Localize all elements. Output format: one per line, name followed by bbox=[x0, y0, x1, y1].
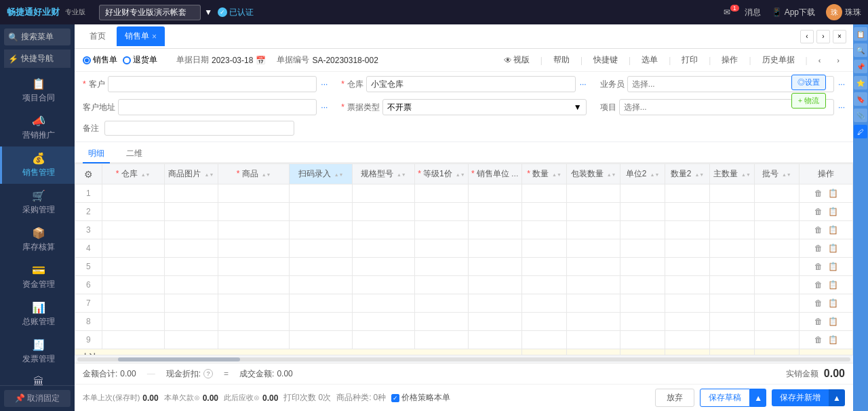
row-delete-btn-4[interactable]: 🗑 bbox=[812, 242, 825, 254]
row-copy-btn-9[interactable]: 📋 bbox=[827, 334, 840, 346]
toolbar-nav-next-btn[interactable]: › bbox=[831, 55, 845, 66]
invoice-select[interactable]: 不开票 ▼ bbox=[382, 99, 587, 115]
sort-icon12: ▲▼ bbox=[741, 172, 751, 177]
right-panel-doc-icon[interactable]: 📋 bbox=[854, 27, 867, 41]
toolbar-nav-prev-btn[interactable]: ‹ bbox=[813, 55, 827, 66]
toolbar-help-btn[interactable]: 帮助 bbox=[548, 53, 575, 67]
sidebar-item-purchase[interactable]: 🛒 采购管理 bbox=[0, 184, 75, 221]
row-copy-btn-6[interactable]: 📋 bbox=[827, 279, 840, 291]
scroll-track[interactable] bbox=[77, 357, 850, 361]
toolbar-shortcut-btn[interactable]: 快捷键 bbox=[588, 53, 623, 67]
right-panel-search-icon[interactable]: 🔍 bbox=[854, 43, 867, 57]
right-panel-bookmark-icon[interactable]: 🔖 bbox=[854, 92, 867, 106]
sidebar-item-capital[interactable]: 💳 资金管理 bbox=[0, 258, 75, 296]
row-delete-btn-7[interactable]: 🗑 bbox=[812, 297, 825, 309]
toolbar-history-btn[interactable]: 历史单据 bbox=[757, 53, 800, 67]
message-label: 消息 bbox=[745, 7, 761, 18]
warehouse-more-btn[interactable]: ··· bbox=[580, 79, 587, 89]
sales-icon: 💰 bbox=[32, 152, 45, 165]
save-new-btn[interactable]: 保存并新增 bbox=[772, 389, 829, 406]
address-input[interactable] bbox=[118, 99, 317, 115]
radio-sales[interactable]: 销售单 bbox=[83, 54, 117, 66]
sort-icon5: ▲▼ bbox=[397, 172, 406, 177]
row-copy-btn-7[interactable]: 📋 bbox=[827, 297, 840, 309]
tab-next-btn[interactable]: › bbox=[816, 30, 830, 43]
sidebar-item-accounting[interactable]: 📊 总账管理 bbox=[0, 296, 75, 333]
sidebar-item-tax[interactable]: 🏛 税务管理 bbox=[0, 370, 75, 385]
abandon-btn[interactable]: 放弃 bbox=[655, 389, 694, 407]
app-download-btn[interactable]: 📱 App下载 bbox=[772, 7, 815, 18]
col-qty: * 数量 ▲▼ bbox=[522, 164, 567, 184]
company-selector[interactable]: 好业财专业版演示帐套 ▼ bbox=[99, 5, 212, 20]
radio-return[interactable]: 退货单 bbox=[123, 54, 157, 66]
user-avatar: 珠 bbox=[826, 4, 842, 20]
cancel-fixed-btn[interactable]: 📌 取消固定 bbox=[4, 390, 71, 407]
search-menu-btn[interactable]: 🔍 搜索菜单 bbox=[4, 28, 71, 45]
amount-total-item: 金额合计: 0.00 bbox=[83, 368, 136, 380]
row-copy-btn-4[interactable]: 📋 bbox=[827, 242, 840, 254]
customer-more-btn[interactable]: ··· bbox=[321, 79, 328, 89]
user-area[interactable]: 珠 珠珠 bbox=[826, 4, 861, 20]
sidebar-item-project[interactable]: 📋 项目合同 bbox=[0, 72, 75, 109]
toolbar-select-btn[interactable]: 选单 bbox=[636, 53, 663, 67]
row-copy-btn-3[interactable]: 📋 bbox=[827, 224, 840, 236]
tab-close-btn[interactable]: × bbox=[833, 30, 846, 43]
eye-icon: 👁 bbox=[504, 56, 512, 65]
row-delete-btn-3[interactable]: 🗑 bbox=[812, 224, 825, 236]
project-more-btn[interactable]: ··· bbox=[838, 102, 845, 112]
save-new-arrow-btn[interactable]: ▲ bbox=[829, 389, 845, 406]
toolbar-view-btn[interactable]: 👁 视版 bbox=[498, 53, 535, 67]
row-delete-btn-5[interactable]: 🗑 bbox=[812, 260, 825, 273]
quick-nav-btn[interactable]: ⚡ 快捷导航 bbox=[4, 50, 71, 68]
right-panel-star-icon[interactable]: ⭐ bbox=[854, 76, 867, 90]
toolbar-ops-btn[interactable]: 操作 bbox=[716, 53, 743, 67]
price-policy-checkbox[interactable]: ✓ 价格策略本单 bbox=[391, 392, 450, 404]
customer-input[interactable] bbox=[108, 76, 317, 92]
sidebar-item-inventory[interactable]: 📦 库存核算 bbox=[0, 221, 75, 258]
address-more-btn[interactable]: ··· bbox=[321, 102, 328, 112]
form-header: 销售单 退货单 单据日期 2023-03-18 📅 bbox=[75, 49, 853, 72]
row-delete-btn-8[interactable]: 🗑 bbox=[812, 315, 825, 328]
warehouse-input[interactable] bbox=[366, 76, 576, 92]
row-delete-btn-6[interactable]: 🗑 bbox=[812, 279, 825, 291]
right-panel-edit-icon[interactable]: 🖊 bbox=[854, 125, 867, 138]
message-btn[interactable]: ✉ 1 消息 bbox=[724, 7, 761, 18]
tab-2d[interactable]: 二维 bbox=[121, 145, 148, 163]
salesperson-more-btn[interactable]: ··· bbox=[838, 79, 845, 89]
right-panel-attach-icon[interactable]: 📎 bbox=[854, 109, 867, 122]
tax-icon: 🏛 bbox=[33, 376, 44, 385]
calendar-icon[interactable]: 📅 bbox=[256, 56, 266, 65]
row-copy-btn-8[interactable]: 📋 bbox=[827, 315, 840, 328]
scroll-thumb[interactable] bbox=[118, 357, 240, 361]
sidebar-item-marketing[interactable]: 📣 营销推广 bbox=[0, 109, 75, 146]
toolbar-print-btn[interactable]: 打印 bbox=[676, 53, 703, 67]
settings-action-btn[interactable]: ◎设置 bbox=[791, 75, 826, 90]
row-num-8: 8 bbox=[75, 313, 102, 331]
discount-help-icon[interactable]: ? bbox=[203, 369, 213, 378]
save-draft-arrow-btn[interactable]: ▲ bbox=[750, 389, 766, 407]
row-copy-btn-5[interactable]: 📋 bbox=[827, 260, 840, 273]
row-delete-btn-2[interactable]: 🗑 bbox=[812, 206, 825, 218]
save-draft-btn[interactable]: 保存草稿 bbox=[700, 389, 750, 407]
tab-home[interactable]: 首页 bbox=[81, 26, 114, 46]
sidebar-item-invoice[interactable]: 🧾 发票管理 bbox=[0, 333, 75, 370]
tab-close-icon[interactable]: × bbox=[152, 32, 157, 41]
tab-detail[interactable]: 明细 bbox=[83, 145, 110, 163]
row-delete-btn-1[interactable]: 🗑 bbox=[812, 187, 825, 199]
certified-badge: ✓ 已认证 bbox=[218, 7, 254, 18]
row-delete-btn-9[interactable]: 🗑 bbox=[812, 334, 825, 346]
subtotal-row: 小计 0.00 0.00 0.00 bbox=[75, 349, 853, 355]
logistics-action-btn[interactable]: + 物流 bbox=[791, 93, 826, 109]
settings-col-icon[interactable]: ⚙ bbox=[84, 169, 93, 180]
row-copy-btn-1[interactable]: 📋 bbox=[827, 187, 840, 199]
row-copy-btn-2[interactable]: 📋 bbox=[827, 206, 840, 218]
tab-sales-order[interactable]: 销售单 × bbox=[117, 26, 165, 46]
marketing-icon: 📣 bbox=[32, 115, 45, 128]
right-panel-pin-icon[interactable]: 📌 bbox=[854, 60, 867, 73]
table-container: 明细 二维 ⚙ * 仓库 bbox=[75, 142, 853, 363]
tab-prev-btn[interactable]: ‹ bbox=[800, 30, 814, 43]
msg-badge: 1 bbox=[730, 5, 739, 12]
sort-icon: ▲▼ bbox=[141, 172, 151, 177]
sidebar-item-sales[interactable]: 💰 销售管理 bbox=[0, 146, 75, 184]
notes-input[interactable] bbox=[104, 121, 294, 136]
